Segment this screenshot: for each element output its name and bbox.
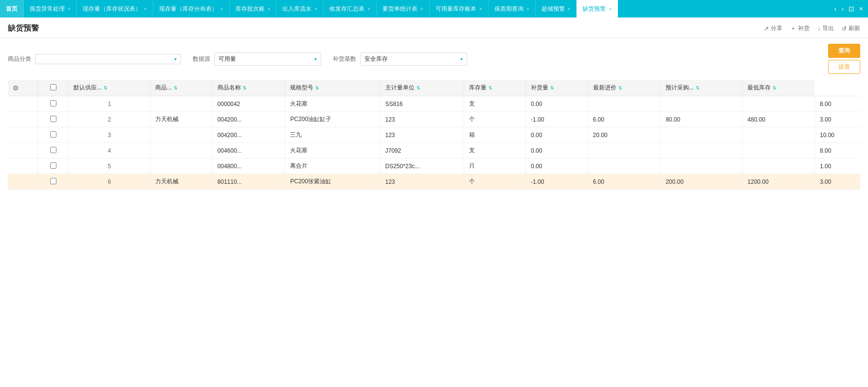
- col-estimated-purchase: 预计采购... ⇅: [661, 80, 742, 96]
- col-stock: 库存量 ⇅: [464, 80, 525, 96]
- col-supplier: 默认供应... ⇅: [69, 80, 150, 96]
- row-unit-4: 只: [464, 158, 525, 174]
- row-supplier-3: [150, 143, 212, 158]
- row-checkbox-2[interactable]: [50, 131, 56, 138]
- sort-replenish-qty[interactable]: 补货量 ⇅: [531, 84, 582, 92]
- row-num-4: 5: [69, 158, 150, 174]
- sort-stock[interactable]: 库存量 ⇅: [469, 84, 521, 92]
- sort-product-name-icon: ⇅: [243, 86, 247, 90]
- tab-next-button[interactable]: ›: [839, 4, 846, 14]
- row-checkbox-5[interactable]: [50, 178, 56, 184]
- col-checkbox: [38, 80, 69, 96]
- row-estimated-purchase-1: 480.00: [742, 112, 815, 127]
- row-checkbox-3[interactable]: [50, 147, 56, 153]
- table-gear-icon[interactable]: ⚙: [13, 84, 19, 92]
- close-tab-receive-summary[interactable]: ×: [367, 6, 370, 12]
- row-gear-cell: [8, 96, 38, 112]
- select-all-checkbox[interactable]: [50, 84, 56, 90]
- row-replenish-qty-2: 20.00: [588, 127, 661, 143]
- row-checkbox-1[interactable]: [50, 116, 56, 122]
- tab-overstock-warning[interactable]: 超储预警 ×: [536, 0, 577, 18]
- col-unit: 主计量单位 ⇅: [380, 80, 464, 96]
- close-tab-available-ledger[interactable]: ×: [479, 6, 482, 12]
- sort-supplier[interactable]: 默认供应... ⇅: [73, 84, 145, 92]
- tab-expiry-query[interactable]: 保质期查询 ×: [488, 0, 536, 18]
- close-tab-expiry-query[interactable]: ×: [526, 6, 529, 12]
- close-tab-defect-handling[interactable]: ×: [68, 6, 71, 12]
- page-header: 缺货预警 ↗ 分享 ＋ 补货 ↓ 导出 ↺ 刷新: [0, 18, 868, 38]
- sort-latest-price-icon: ⇅: [618, 86, 622, 90]
- sort-product-name[interactable]: 商品名称 ⇅: [217, 84, 280, 92]
- row-num-5: 6: [69, 174, 150, 190]
- row-spec-3: J7092: [380, 143, 464, 158]
- category-select[interactable]: ▾: [35, 54, 181, 64]
- query-button[interactable]: 查询: [828, 44, 860, 58]
- tab-inventory-status[interactable]: 现存量（库存状况表） ×: [77, 0, 153, 18]
- row-product-name-5: PC200张紧油缸: [285, 174, 380, 190]
- close-tab-inventory-status[interactable]: ×: [144, 6, 147, 12]
- table-row: 3 004200... 三九 123 箱 0.00 20.00 10.00: [8, 127, 860, 143]
- sort-spec-icon: ⇅: [315, 86, 319, 90]
- col-gear: ⚙: [8, 80, 38, 96]
- sort-min-stock[interactable]: 最低库存 ⇅: [747, 84, 810, 92]
- col-spec: 规格型号 ⇅: [285, 80, 380, 96]
- export-icon: ↓: [817, 25, 820, 32]
- datasource-select[interactable]: 可用量 ▾: [214, 53, 321, 66]
- tab-restore-button[interactable]: ⊡: [847, 4, 856, 14]
- tab-available-ledger[interactable]: 可用量库存账本 ×: [430, 0, 488, 18]
- row-checkbox-cell: [38, 112, 69, 127]
- settings-button[interactable]: 设置: [828, 60, 860, 74]
- row-stock-3: 0.00: [526, 143, 588, 158]
- close-tab-order-stats[interactable]: ×: [420, 6, 423, 12]
- close-tab-inventory-dist[interactable]: ×: [220, 6, 223, 12]
- tab-bar: 首页 拣货异常处理 × 现存量（库存状况表） × 现存量（库存分布表） × 库存…: [0, 0, 868, 18]
- sort-latest-price[interactable]: 最新进价 ⇅: [593, 84, 656, 92]
- tab-order-stats[interactable]: 要货单统计表 ×: [377, 0, 430, 18]
- row-latest-price-2: [661, 127, 742, 143]
- row-estimated-purchase-2: [742, 127, 815, 143]
- close-tab-batch-account[interactable]: ×: [268, 6, 271, 12]
- sort-estimated-purchase[interactable]: 预计采购... ⇅: [666, 84, 737, 92]
- row-num-3: 4: [69, 143, 150, 158]
- sort-product-code[interactable]: 商品... ⇅: [155, 84, 207, 92]
- row-unit-1: 个: [464, 112, 525, 127]
- row-gear-cell: [8, 174, 38, 190]
- tab-batch-account[interactable]: 库存批次账 ×: [230, 0, 277, 18]
- row-stock-5: -1.00: [526, 174, 588, 190]
- row-checkbox-4[interactable]: [50, 162, 56, 169]
- tab-prev-button[interactable]: ‹: [832, 4, 838, 14]
- tab-home[interactable]: 首页: [0, 0, 24, 18]
- row-latest-price-1: 80.00: [661, 112, 742, 127]
- col-min-stock: 最低库存 ⇅: [742, 80, 815, 96]
- row-supplier-4: [150, 158, 212, 174]
- table-row: 4 004600... 火花塞 J7092 支 0.00 8.00: [8, 143, 860, 158]
- tab-close-all-button[interactable]: ×: [857, 4, 865, 14]
- share-button[interactable]: ↗ 分享: [764, 24, 782, 33]
- close-tab-overstock-warning[interactable]: ×: [568, 6, 571, 12]
- tab-inout-flow[interactable]: 出入库流水 ×: [276, 0, 324, 18]
- row-checkbox-cell: [38, 158, 69, 174]
- tab-defect-handling[interactable]: 拣货异常处理 ×: [24, 0, 77, 18]
- row-unit-3: 支: [464, 143, 525, 158]
- tab-shortage-warning[interactable]: 缺货预警 ×: [577, 0, 618, 18]
- row-replenish-qty-3: [588, 143, 661, 158]
- datasource-filter: 数据源 可用量 ▾: [193, 53, 321, 66]
- row-min-stock-5: 3.00: [815, 174, 860, 190]
- close-tab-inout-flow[interactable]: ×: [314, 6, 317, 12]
- row-supplier-0: [150, 96, 212, 112]
- category-filter: 商品分类 ▾: [8, 54, 181, 64]
- tab-inventory-dist[interactable]: 现存量（库存分布表） ×: [153, 0, 230, 18]
- row-spec-2: 123: [380, 127, 464, 143]
- replenish-button[interactable]: ＋ 补货: [790, 24, 810, 33]
- sort-spec[interactable]: 规格型号 ⇅: [290, 84, 375, 92]
- tab-receive-summary[interactable]: 收发存汇总表 ×: [324, 0, 377, 18]
- close-tab-shortage-warning[interactable]: ×: [609, 6, 612, 12]
- export-button[interactable]: ↓ 导出: [817, 24, 834, 33]
- replenish-basis-chevron-icon: ▾: [460, 56, 463, 62]
- datasource-chevron-icon: ▾: [314, 56, 317, 62]
- sort-unit[interactable]: 主计量单位 ⇅: [385, 84, 459, 92]
- replenish-basis-select[interactable]: 安全库存 ▾: [360, 53, 467, 66]
- row-checkbox-0[interactable]: [50, 100, 56, 106]
- row-product-code-0: 0000042: [212, 96, 285, 112]
- refresh-button[interactable]: ↺ 刷新: [842, 24, 860, 33]
